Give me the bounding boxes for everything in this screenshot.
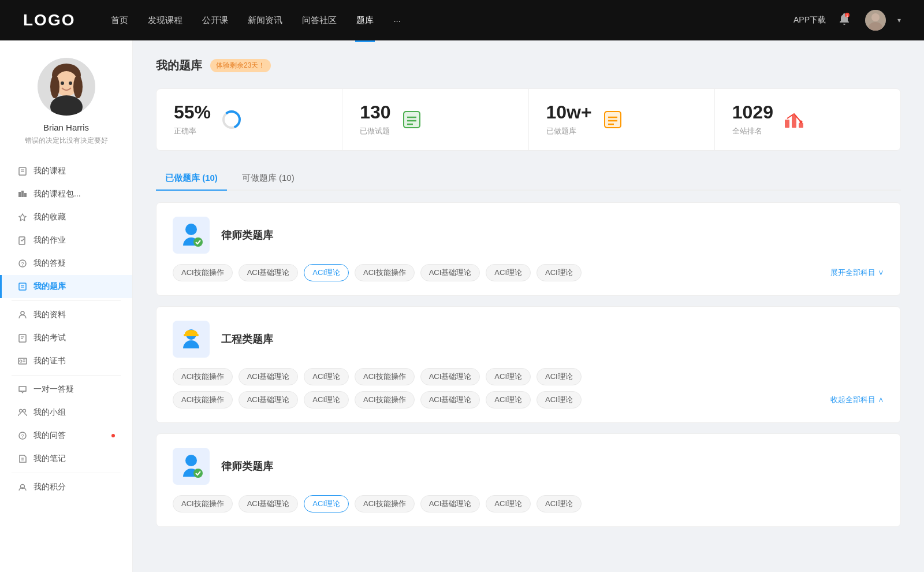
tag-item[interactable]: ACI理论: [536, 391, 582, 408]
tag-item[interactable]: ACI技能操作: [355, 368, 415, 385]
user-avatar[interactable]: [865, 10, 886, 31]
sidebar-item-question-bank[interactable]: 我的题库: [0, 275, 132, 298]
svg-point-26: [21, 311, 24, 315]
sidebar-item-homework[interactable]: 我的作业: [0, 229, 132, 252]
bank-card-engineer-header: 工程类题库: [173, 321, 884, 358]
stat-accuracy: 55% 正确率: [157, 89, 342, 150]
nav-qa[interactable]: 问答社区: [301, 13, 338, 28]
main-content: 我的题库 体验剩余23天！ 55% 正确率: [133, 40, 924, 572]
notes-label: 我的笔记: [33, 454, 66, 464]
sidebar-item-my-qa[interactable]: ? 我的问答: [0, 424, 132, 447]
stat-banks-text: 10w+ 已做题库: [546, 103, 592, 136]
nav-question-bank[interactable]: 题库: [355, 13, 375, 28]
sidebar-item-favorites[interactable]: 我的收藏: [0, 206, 132, 229]
tag-item[interactable]: ACI理论: [536, 495, 582, 512]
stat-accuracy-label: 正确率: [174, 126, 211, 136]
trial-badge: 体验剩余23天！: [210, 59, 271, 72]
points-icon: [17, 482, 28, 492]
sidebar-item-exams[interactable]: 我的考试: [0, 326, 132, 350]
nav-open-course[interactable]: 公开课: [201, 13, 229, 28]
tag-item[interactable]: ACI技能操作: [355, 495, 415, 512]
tag-item[interactable]: ACI理论: [536, 264, 582, 281]
tag-item[interactable]: ACI理论: [486, 495, 531, 512]
sidebar-menu: 我的课程 我的课程包... 我的收藏 我的作业: [0, 159, 132, 499]
tab-available[interactable]: 可做题库 (10): [233, 167, 304, 190]
stat-accuracy-text: 55% 正确率: [174, 103, 211, 136]
tag-item[interactable]: ACI基础理论: [420, 495, 480, 512]
tag-item[interactable]: ACI理论: [304, 391, 349, 408]
tag-item[interactable]: ACI技能操作: [173, 368, 233, 385]
svg-point-58: [185, 224, 197, 235]
tag-item[interactable]: ACI基础理论: [239, 368, 299, 385]
question-bank-label: 我的题库: [33, 281, 66, 292]
logo[interactable]: LOGO: [23, 11, 75, 29]
bank-lawyer1-tags: ACI技能操作 ACI基础理论 ACI理论 ACI技能操作 ACI基础理论 AC…: [173, 264, 884, 281]
sidebar-item-profile-info[interactable]: 我的资料: [0, 303, 132, 326]
tab-done[interactable]: 已做题库 (10): [156, 167, 227, 190]
bank-card-lawyer1: 律师类题库 ACI技能操作 ACI基础理论 ACI理论 ACI技能操作 ACI基…: [156, 202, 901, 296]
tag-item[interactable]: ACI理论: [536, 368, 582, 385]
tag-item[interactable]: ACI技能操作: [173, 495, 233, 512]
stat-questions-text: 130 已做试题: [360, 103, 390, 136]
svg-rect-49: [605, 112, 621, 128]
tag-item[interactable]: ACI理论: [486, 391, 531, 408]
svg-point-62: [185, 455, 197, 466]
sidebar-item-qa[interactable]: ? 我的答疑: [0, 252, 132, 275]
bank-card-lawyer1-header: 律师类题库: [173, 217, 884, 254]
exams-icon: [17, 333, 28, 343]
notification-bell[interactable]: 1: [837, 12, 854, 28]
tag-item[interactable]: ACI基础理论: [420, 264, 480, 281]
tag-item[interactable]: ACI基础理论: [420, 391, 480, 408]
courses-icon: [17, 166, 28, 176]
tag-item[interactable]: ACI基础理论: [239, 495, 299, 512]
tag-item[interactable]: ACI理论: [486, 264, 531, 281]
tag-item[interactable]: ACI基础理论: [420, 368, 480, 385]
app-download-button[interactable]: APP下载: [793, 15, 826, 25]
svg-rect-56: [799, 123, 803, 128]
svg-point-59: [193, 237, 203, 247]
nav-discover[interactable]: 发现课程: [147, 13, 184, 28]
tag-item-selected[interactable]: ACI理论: [304, 264, 349, 281]
nav-news[interactable]: 新闻资讯: [247, 13, 284, 28]
nav-more[interactable]: ···: [392, 13, 402, 28]
tag-item[interactable]: ACI理论: [486, 368, 531, 385]
profile-info-icon: [17, 310, 28, 320]
profile-info-label: 我的资料: [33, 310, 66, 320]
one-on-one-icon: [17, 384, 28, 395]
tag-item[interactable]: ACI技能操作: [173, 264, 233, 281]
expand-link-lawyer1[interactable]: 展开全部科目 ∨: [830, 268, 884, 278]
sidebar-item-certificates[interactable]: 我的证书: [0, 350, 132, 373]
page-title: 我的题库: [156, 58, 202, 73]
stat-questions-value: 130: [360, 103, 390, 121]
user-dropdown-arrow[interactable]: ▾: [897, 16, 901, 24]
tag-item[interactable]: ACI基础理论: [239, 264, 299, 281]
tag-item[interactable]: ACI技能操作: [355, 391, 415, 408]
group-icon: [17, 407, 28, 418]
nav-home[interactable]: 首页: [110, 13, 129, 28]
sidebar-item-group[interactable]: 我的小组: [0, 401, 132, 424]
sidebar-item-notes[interactable]: 我的笔记: [0, 447, 132, 470]
sidebar-item-courses[interactable]: 我的课程: [0, 159, 132, 183]
sidebar-divider-3: [12, 473, 121, 473]
favorites-label: 我的收藏: [33, 212, 66, 222]
tag-item[interactable]: ACI理论: [304, 368, 349, 385]
homework-icon: [17, 235, 28, 246]
sidebar-item-points[interactable]: 我的积分: [0, 476, 132, 499]
notes-icon: [17, 454, 28, 464]
tag-item[interactable]: ACI技能操作: [173, 391, 233, 408]
bank-lawyer2-tags: ACI技能操作 ACI基础理论 ACI理论 ACI技能操作 ACI基础理论 AC…: [173, 495, 884, 512]
svg-point-57: [799, 121, 802, 124]
tag-item[interactable]: ACI技能操作: [355, 264, 415, 281]
sidebar-item-one-on-one[interactable]: 一对一答疑: [0, 378, 132, 401]
stat-banks-label: 已做题库: [546, 126, 592, 136]
svg-point-11: [61, 81, 64, 85]
tag-item[interactable]: ACI基础理论: [239, 391, 299, 408]
ranking-icon: [783, 108, 806, 131]
sidebar-item-course-packages[interactable]: 我的课程包...: [0, 183, 132, 206]
collapse-link-engineer[interactable]: 收起全部科目 ∧: [830, 395, 884, 405]
qa-badge: [111, 434, 115, 437]
header-right: APP下载 1 ▾: [793, 10, 901, 31]
tag-item-selected[interactable]: ACI理论: [304, 495, 349, 512]
svg-rect-55: [792, 115, 796, 128]
main-nav: 首页 发现课程 公开课 新闻资讯 问答社区 题库 ···: [110, 13, 793, 28]
